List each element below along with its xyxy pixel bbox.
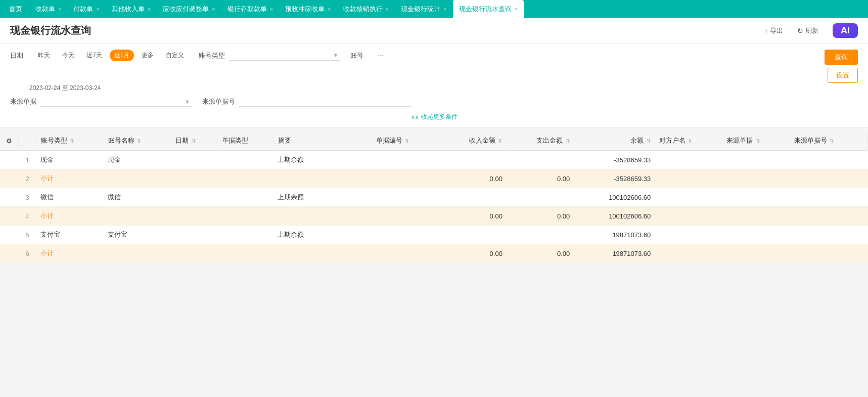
- column-idx: [18, 131, 36, 151]
- table-row: 4小计0.000.00100102606.60: [0, 207, 868, 226]
- nav-tab-1[interactable]: 付款单 ×: [67, 0, 105, 18]
- column-account-type[interactable]: 账号类型 ⇅: [36, 131, 104, 151]
- column-doc-no[interactable]: 单据编号 ⇅: [372, 131, 439, 151]
- table-row: 2小计0.000.00-3528659.33: [0, 169, 868, 188]
- close-icon[interactable]: ×: [386, 6, 389, 12]
- date-label: 日期: [10, 51, 30, 60]
- collapse-up-icon: ∧∧: [411, 114, 419, 120]
- date-option-自定义[interactable]: 自定义: [161, 50, 189, 61]
- action-buttons: 查询 设置: [825, 50, 858, 83]
- source-doc-no-input[interactable]: [239, 97, 411, 107]
- header-actions: ↑ 导出 ↻ 刷新 Ai: [760, 23, 858, 38]
- nav-tab-3[interactable]: 应收应付调整单 ×: [157, 0, 221, 18]
- export-button[interactable]: ↑ 导出: [760, 24, 787, 37]
- nav-tab-2[interactable]: 其他收入单 ×: [106, 0, 157, 18]
- nav-tab-5[interactable]: 预收冲应收单 ×: [279, 0, 337, 18]
- filter-row-2: 来源单据 ▼ 来源单据号: [10, 97, 858, 107]
- account-type-label: 账号类型: [199, 51, 225, 60]
- column-account-name[interactable]: 账号名称 ⇅: [104, 131, 171, 151]
- chevron-down-icon: ▼: [333, 52, 338, 58]
- nav-tab-4[interactable]: 银行存取款单 ×: [221, 0, 279, 18]
- source-doc-value: [42, 98, 182, 105]
- chevron-down-icon: ▼: [185, 99, 190, 105]
- close-icon[interactable]: ×: [212, 6, 215, 12]
- column-summary: 摘要: [273, 131, 372, 151]
- page-header: 现金银行流水查询 ↑ 导出 ↻ 刷新 Ai: [0, 18, 868, 43]
- collapse-bar[interactable]: ∧∧ 收起更多条件: [10, 111, 858, 123]
- export-icon: ↑: [764, 27, 768, 35]
- source-doc-no-group: 来源单据号: [202, 97, 411, 107]
- close-icon[interactable]: ×: [328, 6, 331, 12]
- nav-tab-7[interactable]: 现金银行统计 ×: [395, 0, 452, 18]
- date-filter-group: 日期 昨天今天近7天近1月更多自定义: [10, 50, 189, 61]
- refresh-button[interactable]: ↻ 刷新: [793, 24, 823, 37]
- source-doc-select[interactable]: ▼: [40, 97, 192, 107]
- table-header-row: ⚙ 账号类型 ⇅ 账号名称 ⇅ 日期 ⇅ 单据类型 摘要 单据编号 ⇅ 收入金额…: [0, 131, 868, 151]
- account-filter-group: 账号 ···: [350, 51, 385, 60]
- column-source-doc[interactable]: 来源单据 ⇅: [722, 131, 790, 151]
- date-option-近7天[interactable]: 近7天: [82, 50, 107, 61]
- close-icon[interactable]: ×: [58, 6, 61, 12]
- close-icon[interactable]: ×: [515, 6, 518, 12]
- nav-tab-0[interactable]: 收款单 ×: [29, 0, 67, 18]
- nav-home[interactable]: 首页: [2, 0, 29, 18]
- top-nav: 首页 收款单 × 付款单 × 其他收入单 × 应收应付调整单 × 银行存取款单 …: [0, 0, 868, 18]
- settings-button[interactable]: 设置: [828, 68, 858, 83]
- column-gear[interactable]: ⚙: [0, 131, 18, 151]
- nav-tab-8[interactable]: 现金银行流水查询 ×: [453, 0, 524, 18]
- account-label: 账号: [350, 51, 371, 60]
- column-counterparty[interactable]: 对方户名 ⇅: [655, 131, 722, 151]
- date-option-更多[interactable]: 更多: [137, 50, 158, 61]
- date-option-近1月[interactable]: 近1月: [110, 50, 134, 61]
- table-row: 5支付宝支付宝上期余额19871073.60: [0, 226, 868, 244]
- table-row: 6小计0.000.0019871073.60: [0, 244, 868, 263]
- close-icon[interactable]: ×: [270, 6, 273, 12]
- date-options: 昨天今天近7天近1月更多自定义: [33, 50, 189, 61]
- source-doc-label: 来源单据: [10, 97, 36, 106]
- column-source-doc-no[interactable]: 来源单据号 ⇅: [790, 131, 867, 151]
- date-option-今天[interactable]: 今天: [58, 50, 79, 61]
- filter-area: 日期 昨天今天近7天近1月更多自定义 账号类型 ▼ 账号 ··· 查询 设置: [0, 43, 868, 128]
- account-type-filter-group: 账号类型 ▼: [199, 51, 340, 61]
- date-option-昨天[interactable]: 昨天: [33, 50, 55, 61]
- close-icon[interactable]: ×: [148, 6, 151, 12]
- source-doc-group: 来源单据 ▼: [10, 97, 192, 107]
- nav-tab-6[interactable]: 收款核销执行 ×: [337, 0, 395, 18]
- table-container: ⚙ 账号类型 ⇅ 账号名称 ⇅ 日期 ⇅ 单据类型 摘要 单据编号 ⇅ 收入金额…: [0, 131, 868, 263]
- date-range-display: 2023-02-24 至 2023-03-24: [29, 84, 101, 92]
- ai-badge[interactable]: Ai: [833, 23, 858, 38]
- column-balance[interactable]: 余额 ⇅: [574, 131, 655, 151]
- close-icon[interactable]: ×: [443, 6, 446, 12]
- close-icon[interactable]: ×: [96, 6, 99, 12]
- table-row: 1现金现金上期余额-3528659.33: [0, 151, 868, 169]
- account-more-icon[interactable]: ···: [375, 51, 385, 60]
- main-table: ⚙ 账号类型 ⇅ 账号名称 ⇅ 日期 ⇅ 单据类型 摘要 单据编号 ⇅ 收入金额…: [0, 131, 868, 263]
- page-title: 现金银行流水查询: [10, 24, 91, 37]
- column-doc-type[interactable]: 单据类型: [217, 131, 273, 151]
- column-expense[interactable]: 支出金额 ⇅: [507, 131, 574, 151]
- column-date[interactable]: 日期 ⇅: [171, 131, 217, 151]
- query-button[interactable]: 查询: [825, 50, 858, 65]
- account-type-select[interactable]: ▼: [229, 51, 340, 61]
- column-income[interactable]: 收入金额 ⇅: [439, 131, 507, 151]
- source-doc-no-label: 来源单据号: [202, 97, 235, 106]
- refresh-icon: ↻: [797, 27, 803, 35]
- account-type-value: [231, 52, 331, 59]
- table-row: 3微信微信上期余额100102606.60: [0, 188, 868, 207]
